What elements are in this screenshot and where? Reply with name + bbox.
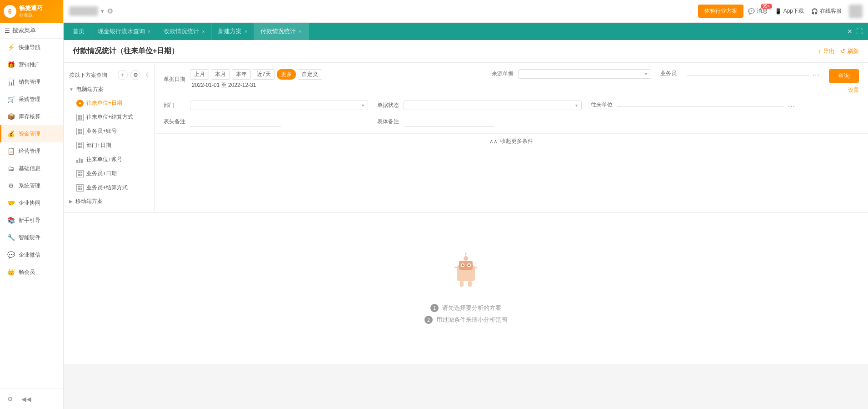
tabs-right: ✕ ⛶ xyxy=(847,28,866,35)
desktop-group-label: 电脑端方案 xyxy=(76,86,104,93)
header-note-input[interactable] xyxy=(190,116,281,127)
sidebar-item-sales[interactable]: 📊 销售管理 xyxy=(0,73,63,91)
sidebar-item-marketing[interactable]: 🎁 营销推广 xyxy=(0,56,63,73)
capital-icon: 💰 xyxy=(7,130,15,138)
mobile-scheme-group: ▶ 移动端方案 xyxy=(64,195,154,208)
search-menu[interactable]: ☰ 搜索菜单 xyxy=(0,23,63,39)
sidebar-header: 6 畅捷通巧 标准版 xyxy=(0,0,63,23)
sidebar-settings-btn[interactable]: ⚙ xyxy=(4,393,16,405)
sidebar-item-basics[interactable]: 🗂 基础信息 xyxy=(0,160,63,177)
scheme-staff-date[interactable]: 业务员+日期 xyxy=(64,167,154,181)
scheme-dept-date[interactable]: 部门+日期 xyxy=(64,138,154,152)
operations-label: 经营管理 xyxy=(19,147,40,155)
scheme-staff-settle-icon xyxy=(76,184,84,192)
desktop-group-arrow: ▼ xyxy=(69,87,74,92)
body-note-input[interactable] xyxy=(404,116,494,127)
system-icon: ⚙ xyxy=(7,182,15,190)
sidebar-item-capital[interactable]: 💰 资金管理 xyxy=(0,125,63,142)
tab-new-scheme[interactable]: 新建方案 × xyxy=(212,23,254,40)
doc-status-select[interactable]: ▾ xyxy=(404,101,582,110)
purchase-icon: 🛒 xyxy=(7,95,15,103)
add-scheme-btn[interactable]: + xyxy=(118,70,128,80)
header-note-label: 表头备注 xyxy=(164,118,186,126)
scheme-staff-account[interactable]: 业务员+账号 xyxy=(64,124,154,138)
export-icon: ↑ xyxy=(818,48,822,55)
dept-select[interactable]: ▾ xyxy=(190,101,368,110)
sidebar-item-hardware[interactable]: 🔧 智能硬件 xyxy=(0,229,63,246)
member-label: 畅会员 xyxy=(19,268,35,276)
sidebar-item-operations[interactable]: 📋 经营管理 xyxy=(0,142,63,160)
trial-btn[interactable]: 体验行业方案 xyxy=(698,5,743,18)
source-doc-select[interactable]: ▾ xyxy=(518,69,651,79)
sidebar-item-system[interactable]: ⚙ 系统管理 xyxy=(0,177,63,194)
message-icon: 💬 xyxy=(748,8,755,15)
sidebar-item-inventory[interactable]: 📦 库存核算 xyxy=(0,108,63,125)
app-download-btn[interactable]: 📱 App下载 xyxy=(775,7,804,15)
partner-dots[interactable]: ... xyxy=(788,101,795,109)
sidebar-item-wechat[interactable]: 💬 企业微信 xyxy=(0,246,63,263)
tab-receivables[interactable]: 收款情况统计 × xyxy=(157,23,211,40)
staff-dots[interactable]: ... xyxy=(813,69,820,77)
svg-point-13 xyxy=(465,252,467,254)
scheme-dept-date-label: 部门+日期 xyxy=(86,141,111,149)
sidebar-item-purchase[interactable]: 🛒 采购管理 xyxy=(0,91,63,108)
svg-point-11 xyxy=(464,256,468,261)
scheme-collapse-btn[interactable]: 《 xyxy=(143,71,149,79)
scheme-staff-settle[interactable]: 业务员+结算方式 xyxy=(64,181,154,195)
filter-partner: 往来单位 ... xyxy=(591,101,795,109)
refresh-btn[interactable]: ↺ 刷新 xyxy=(840,47,859,56)
tab-payment-stats[interactable]: 付款情况统计 × xyxy=(254,23,308,40)
scheme-settings-btn[interactable]: ⚙ xyxy=(130,70,140,80)
svg-rect-7 xyxy=(454,267,458,268)
user-name: 用户名称 xyxy=(69,6,98,16)
desktop-group-header[interactable]: ▼ 电脑端方案 xyxy=(64,83,154,96)
page-header: 付款情况统计（往来单位+日期） ↑ 导出 ↺ 刷新 xyxy=(64,40,868,63)
sales-label: 销售管理 xyxy=(19,78,40,86)
date-btn-last-month[interactable]: 上月 xyxy=(190,69,209,80)
notifications-btn[interactable]: 💬 消息 99+ xyxy=(748,7,768,15)
sidebar-item-quick-nav[interactable]: ⚡ 快捷导航 xyxy=(0,39,63,56)
date-btn-7days[interactable]: 近7天 xyxy=(253,69,275,80)
window-maximize-btn[interactable]: ⛶ xyxy=(856,28,863,35)
date-btn-this-year[interactable]: 本年 xyxy=(232,69,251,80)
tab-bank-flow[interactable]: 现金银行流水查询 × xyxy=(91,23,157,40)
tab-home[interactable]: 首页 xyxy=(65,23,91,40)
mobile-group-header[interactable]: ▶ 移动端方案 xyxy=(64,195,154,208)
date-btn-this-month[interactable]: 本月 xyxy=(211,69,230,80)
sidebar-item-enterprise[interactable]: 🤝 企业协同 xyxy=(0,194,63,212)
refresh-icon: ↺ xyxy=(840,48,845,55)
mobile-group-arrow: ▶ xyxy=(69,199,73,204)
date-btn-custom[interactable]: 自定义 xyxy=(298,69,322,80)
scheme-partner-date[interactable]: ● 往来单位+日期 xyxy=(64,96,154,110)
scheme-partner-account[interactable]: 往来单位+账号 xyxy=(64,152,154,167)
filter-staff: 业务员 ... xyxy=(660,69,820,77)
date-btns: 上月 本月 本年 近7天 更多 自定义 xyxy=(190,69,322,80)
sidebar-item-member[interactable]: 👑 畅会员 xyxy=(0,263,63,281)
tab-receivables-close[interactable]: × xyxy=(202,29,205,34)
avatar[interactable] xyxy=(849,5,863,18)
topbar-chevron-icon[interactable]: ▾ xyxy=(101,8,104,15)
topbar-settings-icon[interactable]: ⚙ xyxy=(107,7,113,15)
window-close-btn[interactable]: ✕ xyxy=(847,28,853,35)
tab-new-scheme-close[interactable]: × xyxy=(244,29,247,34)
sidebar-collapse-btn[interactable]: ◀◀ xyxy=(20,393,33,405)
logo-edition: 标准版 xyxy=(19,12,43,18)
export-btn[interactable]: ↑ 导出 xyxy=(818,47,835,56)
svg-point-5 xyxy=(468,264,470,266)
settings-link[interactable]: 设置 xyxy=(848,86,859,94)
tab-payment-stats-close[interactable]: × xyxy=(299,29,301,34)
svg-rect-10 xyxy=(468,281,472,287)
hint-text-2: 用过滤条件来缩小分析范围 xyxy=(436,316,507,324)
dept-label: 部门 xyxy=(164,101,186,109)
sidebar-item-guide[interactable]: 📚 新手引导 xyxy=(0,212,63,229)
scheme-partner-account-label: 往来单位+账号 xyxy=(86,156,122,163)
collapse-more-btn[interactable]: ∧∧ 收起更多条件 xyxy=(155,133,868,149)
svg-rect-8 xyxy=(474,267,477,268)
tab-bank-flow-close[interactable]: × xyxy=(148,29,150,34)
date-btn-more[interactable]: 更多 xyxy=(277,69,296,80)
filter-row-1: 单据日期 上月 本月 本年 近7天 更多 自定义 20 xyxy=(164,69,859,94)
hint-num-2: 2 xyxy=(424,316,433,324)
query-btn[interactable]: 查询 xyxy=(829,69,859,83)
online-service-btn[interactable]: 🎧 在线客服 xyxy=(811,7,842,15)
scheme-partner-settle[interactable]: 往来单位+结算方式 xyxy=(64,110,154,124)
